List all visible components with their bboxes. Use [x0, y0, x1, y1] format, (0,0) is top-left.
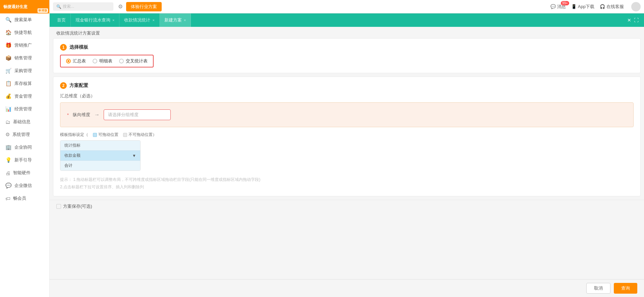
sidebar-item-purchase[interactable]: 🛒采购管理 [0, 64, 49, 77]
purchase-label: 采购管理 [14, 68, 32, 74]
tab-bar-actions: ✕ ⛶ [627, 17, 641, 23]
sidebar-item-quick-nav[interactable]: 🏠快捷导航 [0, 26, 49, 39]
quick-nav-label: 快捷导航 [14, 30, 32, 36]
metrics-section: 模板指标设定（ 可拖动位置 不可拖动位置） 统计指标 收款金 [60, 132, 634, 171]
tab-collection-stat[interactable]: 收款情况统计× [119, 13, 159, 27]
bottom-bar: 取消 查询 [50, 279, 644, 297]
tab-label-new-scheme: 新建方案 [164, 17, 182, 23]
marketing-label: 营销推广 [14, 42, 32, 48]
radio-cross[interactable]: 交叉统计表 [119, 58, 148, 64]
radio-detail-label: 明细表 [99, 58, 112, 64]
tab-close-collection-stat[interactable]: × [152, 18, 154, 22]
sidebar-item-member[interactable]: 🏷畅会员 [0, 192, 49, 205]
hint-section: 提示： 1.拖动标题栏可以调整布局，不可跨维度或指标区域拖动栏目字段(只能在同一… [60, 176, 634, 191]
page-footer: 方案保存(可选) [50, 200, 644, 213]
save-label: 方案保存(可选) [63, 203, 92, 209]
hint1: 提示： 1.拖动标题栏可以调整布局，不可跨维度或指标区域拖动栏目字段(只能在同一… [60, 176, 634, 184]
tab-home[interactable]: 首页 [52, 13, 71, 27]
metric-total-label: 合计 [64, 163, 72, 168]
tab-bank-flow[interactable]: 现金银行流水查询× [71, 13, 119, 27]
sidebar-item-operations[interactable]: 📊经营管理 [0, 103, 49, 115]
radio-summary[interactable]: 汇总表 [66, 58, 86, 64]
query-button[interactable]: 查询 [614, 283, 637, 294]
sidebar-item-inventory[interactable]: 📋库存核算 [0, 77, 49, 90]
member-icon: 🏷 [5, 196, 10, 201]
close-window-icon[interactable]: ✕ [627, 17, 631, 23]
finance-icon: 💰 [5, 93, 12, 99]
notification-badge: 99+ [561, 1, 569, 5]
draggable-label: 可拖动位置 [98, 132, 118, 138]
guide-icon: 💡 [5, 157, 12, 163]
operations-label: 经营管理 [14, 106, 32, 112]
not-draggable-legend: 不可拖动位置） [123, 132, 157, 138]
download-item[interactable]: 📱 App下载 [571, 4, 594, 10]
page-content: 收款情况统计方案设置 1 选择模板 汇总表 明细表 交叉统计表 [50, 27, 644, 279]
not-draggable-legend-icon [123, 133, 127, 137]
draggable-legend: 可拖动位置 [93, 132, 118, 138]
metrics-table-header: 统计指标 [60, 141, 140, 151]
metric-col-header[interactable]: 收款金额 ▼ [60, 151, 140, 161]
not-draggable-label: 不可拖动位置） [128, 132, 157, 138]
sidebar-item-sales[interactable]: 📦销售管理 [0, 52, 49, 64]
tab-close-new-scheme[interactable]: × [184, 18, 186, 22]
sidebar-item-wechat[interactable]: 💬企业微信 [0, 179, 49, 192]
basic-info-icon: 🗂 [5, 119, 10, 125]
step1-num: 1 [60, 44, 67, 51]
sidebar-item-enterprise[interactable]: 🏢企业协同 [0, 141, 49, 154]
sidebar-item-marketing[interactable]: 🎁营销推广 [0, 39, 49, 52]
sidebar-item-guide[interactable]: 💡新手引导 [0, 154, 49, 166]
step2-num: 2 [60, 82, 67, 89]
search-menu-label: 搜索菜单 [14, 17, 32, 23]
step2-label: 方案配置 [69, 83, 88, 89]
settings-icon[interactable]: ⚙ [118, 3, 123, 10]
sidebar-item-basic-info[interactable]: 🗂基础信息 [0, 115, 49, 128]
hardware-icon: 🖨 [5, 170, 10, 176]
basic-info-label: 基础信息 [13, 119, 31, 125]
dimension-select[interactable]: 请选择分组维度 [104, 109, 171, 120]
sidebar-item-search-menu[interactable]: 🔍搜索菜单 [0, 13, 49, 26]
enterprise-label: 企业协同 [14, 144, 32, 150]
metric-col-chevron[interactable]: ▼ [132, 153, 136, 158]
trial-button[interactable]: 体验行业方案 [126, 2, 162, 11]
system-icon: ⚙ [5, 132, 10, 138]
sidebar-item-finance[interactable]: 💰资金管理 [0, 90, 49, 103]
inventory-icon: 📋 [5, 81, 12, 87]
step1-label: 选择模板 [69, 44, 88, 50]
search-box[interactable]: 🔍 搜索... [53, 2, 113, 11]
maximize-icon[interactable]: ⛶ [634, 17, 639, 23]
metric-total-row: 合计 [60, 161, 140, 170]
radio-cross-circle [119, 59, 124, 63]
summary-dim-label: 汇总维度（必选） [60, 93, 634, 99]
service-label: 在线客服 [606, 4, 624, 10]
sidebar: 畅捷通好生意 标准版 🔍搜索菜单🏠快捷导航🎁营销推广📦销售管理🛒采购管理📋库存核… [0, 0, 50, 297]
user-avatar[interactable] [631, 2, 641, 11]
sidebar-item-system[interactable]: ⚙系统管理 [0, 128, 49, 141]
tab-label-home: 首页 [57, 17, 66, 23]
section-step2: 2 方案配置 汇总维度（必选） * 纵向维度 → 请选择分组维度 模板指标设定（ [53, 77, 641, 196]
system-label: 系统管理 [12, 132, 30, 138]
member-label: 畅会员 [13, 195, 26, 201]
quick-nav-icon: 🏠 [5, 30, 12, 36]
finance-label: 资金管理 [14, 93, 32, 99]
sidebar-item-hardware[interactable]: 🖨智能硬件 [0, 166, 49, 179]
search-placeholder: 搜索... [63, 4, 74, 9]
radio-detail[interactable]: 明细表 [93, 58, 112, 64]
hint2: 2.点击标题栏下拉可设置排序、插入列和删除列 [60, 184, 634, 191]
service-icon: 🎧 [600, 4, 605, 9]
save-checkbox[interactable] [56, 204, 61, 209]
sidebar-logo: 畅捷通好生意 标准版 [0, 0, 49, 13]
metrics-table: 统计指标 收款金额 ▼ 合计 [60, 140, 141, 171]
logo-text: 畅捷通好生意 [3, 4, 28, 10]
metrics-label: 模板指标设定（ [60, 132, 88, 138]
tab-new-scheme[interactable]: 新建方案× [160, 13, 191, 27]
topbar: 🔍 搜索... ⚙ 体验行业方案 💬 消息 99+ 📱 App下载 🎧 在线客服 [50, 0, 644, 13]
vertical-dim-label: 纵向维度 [73, 112, 90, 118]
cancel-button[interactable]: 取消 [586, 283, 610, 294]
tab-close-bank-flow[interactable]: × [112, 18, 114, 22]
service-item[interactable]: 🎧 在线客服 [600, 4, 624, 10]
main-area: 🔍 搜索... ⚙ 体验行业方案 💬 消息 99+ 📱 App下载 🎧 在线客服… [50, 0, 644, 297]
template-options: 汇总表 明细表 交叉统计表 [60, 55, 154, 67]
notification-item[interactable]: 💬 消息 99+ [550, 4, 566, 10]
edition-badge: 标准版 [38, 8, 48, 13]
wechat-icon: 💬 [5, 183, 12, 189]
